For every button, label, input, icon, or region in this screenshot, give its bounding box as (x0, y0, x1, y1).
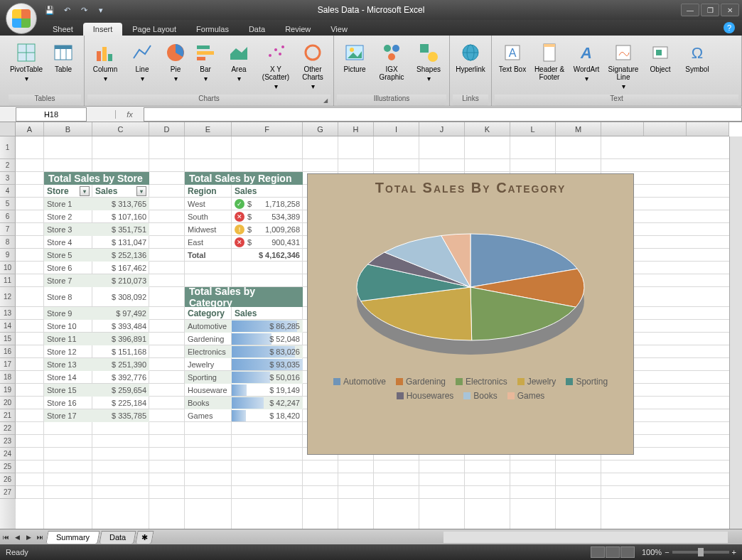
cell[interactable]: $ 151,168 (92, 345, 149, 358)
cell[interactable]: $ 83,026 (232, 345, 303, 358)
maximize-button[interactable]: ❐ (701, 4, 719, 16)
page-break-view-button[interactable] (620, 546, 635, 558)
col-header-E[interactable]: E (185, 122, 232, 136)
col-header-H[interactable]: H (338, 122, 374, 136)
col-header-K[interactable]: K (465, 122, 510, 136)
row-header-3[interactable]: 3 (0, 172, 16, 185)
close-button[interactable]: ✕ (721, 4, 739, 16)
table-button[interactable]: Table (45, 40, 81, 75)
row-header-6[interactable]: 6 (0, 210, 16, 223)
tab-data[interactable]: Data (239, 23, 275, 36)
horizontal-scrollbar[interactable] (443, 532, 728, 543)
cell[interactable]: $ 97,492 (92, 307, 149, 320)
cell[interactable]: Store 17 (44, 409, 92, 422)
cell[interactable]: West (185, 198, 232, 210)
row-header-26[interactable]: 26 (0, 473, 16, 486)
tab-formulas[interactable]: Formulas (186, 23, 239, 36)
cell[interactable]: $ 396,891 (92, 333, 149, 345)
col-header-B[interactable]: B (44, 122, 92, 136)
save-button[interactable]: 💾 (43, 3, 57, 17)
grid[interactable]: Total Sales by StoreStore▾Sales▾Store 1$… (16, 136, 729, 529)
cell[interactable]: $ 93,035 (232, 358, 303, 371)
cell[interactable]: Automotive (185, 320, 232, 333)
cell[interactable]: $ 50,016 (232, 371, 303, 384)
cell[interactable]: $ 393,484 (92, 320, 149, 333)
tab-view[interactable]: View (321, 23, 357, 36)
cell[interactable]: $534,389 (232, 210, 303, 223)
tab-review[interactable]: Review (275, 23, 321, 36)
pie-chart-button[interactable]: Pie▾ (161, 40, 190, 84)
area-chart-button[interactable]: Area▾ (221, 40, 257, 84)
page-layout-view-button[interactable] (606, 546, 620, 558)
cell[interactable]: Sporting (185, 371, 232, 384)
row-header-8[interactable]: 8 (0, 236, 16, 249)
cell[interactable]: $ 4,162,346 (232, 249, 303, 262)
cell[interactable]: Store 11 (44, 333, 92, 345)
col-header-J[interactable]: J (419, 122, 465, 136)
bar-chart-button[interactable]: Bar▾ (191, 40, 220, 84)
row-header-11[interactable]: 11 (0, 274, 16, 287)
cell[interactable]: Store 4 (44, 236, 92, 249)
cell[interactable]: Store 12 (44, 345, 92, 358)
sheet-tab-data[interactable]: Data (99, 531, 136, 544)
cell[interactable]: South (185, 210, 232, 223)
cell[interactable]: $ 335,785 (92, 409, 149, 422)
col-header-C[interactable]: C (92, 122, 149, 136)
cell[interactable]: $ 131,047 (92, 236, 149, 249)
row-header-23[interactable]: 23 (0, 435, 16, 448)
col-header-I[interactable]: I (374, 122, 419, 136)
signature-line-button[interactable]: Signature Line▾ (606, 40, 641, 92)
tab-insert[interactable]: Insert (83, 23, 123, 36)
new-sheet-button[interactable]: ✱ (136, 531, 154, 544)
col-header-G[interactable]: G (303, 122, 338, 136)
cell[interactable]: $ 252,136 (92, 249, 149, 262)
line-chart-button[interactable]: Line▾ (124, 40, 160, 84)
row-header-24[interactable]: 24 (0, 448, 16, 461)
cell[interactable]: Store 9 (44, 307, 92, 320)
igx-graphic-button[interactable]: IGX Graphic (374, 40, 409, 82)
tab-nav-next[interactable]: ▶ (23, 532, 34, 543)
cell[interactable]: Store 1 (44, 198, 92, 210)
pie-chart[interactable]: Total Sales By CategoryAutomotiveGardeni… (307, 173, 634, 455)
cell[interactable]: Houseware (185, 384, 232, 397)
help-icon[interactable]: ? (724, 22, 735, 33)
cell[interactable]: Store 15 (44, 384, 92, 397)
row-header-17[interactable]: 17 (0, 358, 16, 371)
cell[interactable]: Books (185, 397, 232, 409)
cell[interactable]: $ 42,247 (232, 397, 303, 409)
shapes-button[interactable]: Shapes▾ (411, 40, 446, 84)
cell[interactable]: East (185, 236, 232, 249)
row-header-27[interactable]: 27 (0, 486, 16, 499)
cell[interactable]: $1,009,268 (232, 223, 303, 236)
row-header-22[interactable]: 22 (0, 422, 16, 435)
cell[interactable]: Store 6 (44, 262, 92, 274)
cell[interactable]: Store 13 (44, 358, 92, 371)
sheet-tab-summary[interactable]: Summary (45, 531, 100, 544)
textbox-button[interactable]: AText Box (495, 40, 530, 75)
tab-nav-prev[interactable]: ◀ (11, 532, 23, 543)
picture-button[interactable]: Picture (337, 40, 372, 75)
row-header-7[interactable]: 7 (0, 223, 16, 236)
cell[interactable]: $ 19,149 (232, 384, 303, 397)
cell[interactable]: $ 251,390 (92, 358, 149, 371)
charts-dialog-launcher[interactable]: ◢ (322, 97, 329, 104)
filter-button[interactable]: ▾ (136, 186, 146, 196)
cell[interactable]: $1,718,258 (232, 198, 303, 210)
cell[interactable]: Jewelry (185, 358, 232, 371)
cell[interactable]: Store 5 (44, 249, 92, 262)
minimize-button[interactable]: — (681, 4, 699, 16)
header-footer-button[interactable]: Header & Footer (532, 40, 567, 82)
pivottable-button[interactable]: PivotTable▾ (9, 40, 44, 84)
cell[interactable]: Store 10 (44, 320, 92, 333)
row-header-16[interactable]: 16 (0, 345, 16, 358)
row-header-2[interactable]: 2 (0, 159, 16, 172)
cell[interactable]: $ 86,285 (232, 320, 303, 333)
row-header-13[interactable]: 13 (0, 307, 16, 320)
hyperlink-button[interactable]: Hyperlink (453, 40, 488, 75)
cell[interactable]: $ 18,420 (232, 409, 303, 422)
row-header-19[interactable]: 19 (0, 384, 16, 397)
cell[interactable]: Total (185, 249, 232, 262)
tab-nav-first[interactable]: ⏮ (0, 532, 11, 543)
col-header-D[interactable]: D (149, 122, 185, 136)
cell[interactable]: Electronics (185, 345, 232, 358)
